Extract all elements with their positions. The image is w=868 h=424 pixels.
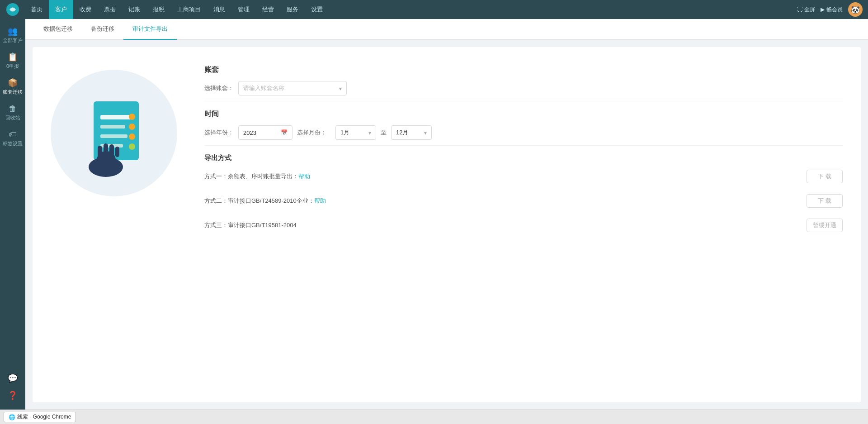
download-button-2[interactable]: 下 载 bbox=[807, 194, 843, 208]
svg-point-6 bbox=[129, 114, 135, 120]
svg-rect-13 bbox=[104, 143, 108, 157]
chrome-icon: 🌐 bbox=[9, 414, 15, 420]
account-select[interactable]: 请输入账套名称 bbox=[238, 81, 347, 95]
top-nav: 首页 客户 收费 票据 记账 报税 工商项目 消息 管理 经营 服务 设置 ⛶ … bbox=[0, 0, 868, 19]
member-button[interactable]: ▶ 畅会员 bbox=[821, 6, 843, 14]
main-layout: 👥 全部客户 📋 0申报 📦 账套迁移 🗑 回收站 🏷 标签设置 💬 ❓ bbox=[0, 19, 868, 410]
fullscreen-button[interactable]: ⛶ 全屏 bbox=[797, 6, 815, 14]
calendar-icon: 📅 bbox=[281, 129, 288, 136]
year-label: 选择年份： bbox=[204, 129, 234, 137]
sidebar-item-recycle[interactable]: 🗑 回收站 bbox=[0, 100, 25, 126]
nav-bookkeeping[interactable]: 记账 bbox=[122, 0, 146, 19]
svg-point-8 bbox=[129, 133, 135, 140]
time-form-row: 选择年份： 2023 📅 选择月份： 1月 至 bbox=[204, 125, 843, 140]
download-button-1[interactable]: 下 载 bbox=[807, 170, 843, 183]
nav-settings[interactable]: 设置 bbox=[305, 0, 329, 19]
account-select-placeholder: 请输入账套名称 bbox=[243, 84, 284, 92]
content-area: 数据包迁移 备份迁移 审计文件导出 bbox=[25, 19, 868, 410]
divider-1 bbox=[204, 101, 843, 101]
export-method-1-row: 方式一：余额表、序时账批量导出：帮助 下 载 bbox=[204, 170, 843, 183]
taskbar: 🌐 线索 - Google Chrome bbox=[0, 410, 868, 424]
export-layout: 账套 选择账套： 请输入账套名称 时间 选择年份： bbox=[51, 61, 843, 243]
chevron-down-icon-3 bbox=[424, 129, 427, 136]
to-label: 至 bbox=[381, 129, 387, 137]
tab-bar: 数据包迁移 备份迁移 审计文件导出 bbox=[25, 19, 868, 40]
chevron-down-icon-2 bbox=[368, 129, 371, 136]
svg-rect-3 bbox=[100, 125, 125, 129]
nav-manage[interactable]: 管理 bbox=[231, 0, 256, 19]
tab-data-migrate[interactable]: 数据包迁移 bbox=[34, 19, 82, 40]
migrate-icon: 📦 bbox=[8, 79, 18, 87]
time-section-title: 时间 bbox=[204, 110, 843, 119]
month-label: 选择月份： bbox=[297, 129, 326, 137]
page-content: 账套 选择账套： 请输入账套名称 时间 选择年份： bbox=[33, 47, 861, 402]
nav-message[interactable]: 消息 bbox=[207, 0, 231, 19]
sidebar-item-tags[interactable]: 🏷 标签设置 bbox=[0, 126, 25, 152]
svg-point-9 bbox=[129, 143, 135, 150]
export-method-3-row: 方式三：审计接口GB/T19581-2004 暂缓开通 bbox=[204, 219, 843, 232]
svg-rect-4 bbox=[100, 134, 127, 138]
sidebar-item-zero-declare[interactable]: 📋 0申报 bbox=[0, 48, 25, 74]
export-method-2-row: 方式二：审计接口GB/T24589-2010企业：帮助 下 载 bbox=[204, 194, 843, 208]
avatar[interactable]: 🐼 bbox=[848, 2, 863, 17]
recycle-icon: 🗑 bbox=[9, 105, 17, 113]
tab-backup-migrate[interactable]: 备份迁移 bbox=[82, 19, 123, 40]
export-method-3-label: 方式三：审计接口GB/T19581-2004 bbox=[204, 221, 297, 229]
export-method-1-label: 方式一：余额表、序时账批量导出：帮助 bbox=[204, 172, 310, 181]
nav-fee[interactable]: 收费 bbox=[73, 0, 98, 19]
month-end-select[interactable]: 12月 bbox=[391, 125, 432, 140]
app-logo bbox=[5, 1, 21, 18]
sidebar-bottom: 💬 ❓ bbox=[0, 370, 25, 404]
export-section-title: 导出方式 bbox=[204, 154, 843, 162]
divider-2 bbox=[204, 145, 843, 146]
account-form-row: 选择账套： 请输入账套名称 bbox=[204, 81, 843, 95]
top-nav-right: ⛶ 全屏 ▶ 畅会员 🐼 bbox=[797, 2, 863, 17]
nav-business[interactable]: 工商项目 bbox=[171, 0, 207, 19]
fullscreen-icon: ⛶ bbox=[797, 6, 802, 13]
time-row: 2023 📅 选择月份： 1月 至 12月 bbox=[238, 125, 432, 140]
chevron-down-icon bbox=[339, 85, 342, 92]
svg-point-7 bbox=[129, 124, 135, 130]
sidebar: 👥 全部客户 📋 0申报 📦 账套迁移 🗑 回收站 🏷 标签设置 💬 ❓ bbox=[0, 19, 25, 410]
nav-home[interactable]: 首页 bbox=[24, 0, 49, 19]
export-method-2-label: 方式二：审计接口GB/T24589-2010企业：帮助 bbox=[204, 197, 326, 205]
help-icon: ❓ bbox=[8, 391, 18, 400]
nav-items: 首页 客户 收费 票据 记账 报税 工商项目 消息 管理 经营 服务 设置 bbox=[24, 0, 797, 19]
sidebar-help[interactable]: ❓ bbox=[0, 387, 25, 404]
sidebar-item-all-customers[interactable]: 👥 全部客户 bbox=[0, 23, 25, 48]
nav-service[interactable]: 服务 bbox=[280, 0, 305, 19]
select-account-label: 选择账套： bbox=[204, 84, 234, 92]
tab-audit-export[interactable]: 审计文件导出 bbox=[123, 19, 177, 40]
year-input[interactable]: 2023 📅 bbox=[238, 125, 292, 140]
declare-icon: 📋 bbox=[8, 53, 18, 61]
nav-invoice[interactable]: 票据 bbox=[98, 0, 122, 19]
nav-operation[interactable]: 经营 bbox=[256, 0, 280, 19]
customers-icon: 👥 bbox=[8, 27, 18, 35]
month-start-select[interactable]: 1月 bbox=[335, 125, 376, 140]
svg-rect-12 bbox=[98, 146, 102, 158]
sidebar-chat[interactable]: 💬 bbox=[0, 370, 25, 387]
taskbar-chrome[interactable]: 🌐 线索 - Google Chrome bbox=[4, 412, 76, 422]
svg-rect-2 bbox=[100, 115, 132, 119]
chat-icon: 💬 bbox=[8, 374, 18, 382]
svg-rect-14 bbox=[109, 144, 114, 157]
open-button-3[interactable]: 暂缓开通 bbox=[807, 219, 843, 232]
account-section-title: 账套 bbox=[204, 65, 843, 75]
svg-rect-15 bbox=[115, 147, 119, 157]
tags-icon: 🏷 bbox=[9, 130, 17, 138]
form-area: 账套 选择账套： 请输入账套名称 时间 选择年份： bbox=[204, 61, 843, 243]
play-icon: ▶ bbox=[821, 6, 825, 13]
illustration bbox=[51, 70, 177, 196]
sidebar-item-account-migrate[interactable]: 📦 账套迁移 bbox=[0, 74, 25, 100]
help-link-2[interactable]: 帮助 bbox=[314, 197, 326, 204]
nav-customer[interactable]: 客户 bbox=[49, 0, 73, 19]
help-link-1[interactable]: 帮助 bbox=[298, 173, 310, 180]
nav-tax[interactable]: 报税 bbox=[146, 0, 171, 19]
